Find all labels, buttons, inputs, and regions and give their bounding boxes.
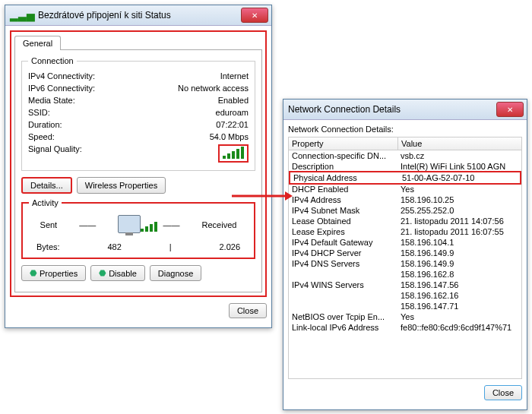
property-cell: Physical Address xyxy=(290,173,399,182)
shield-icon: ⬣ xyxy=(30,268,37,278)
received-label: Received xyxy=(202,220,237,229)
property-cell: IPv4 Subnet Mask xyxy=(289,206,397,215)
media-value: Enabled xyxy=(218,96,249,105)
bytes-received: 2.026 xyxy=(219,242,240,251)
value-cell: 158.196.147.56 xyxy=(397,280,521,289)
property-cell: IPv4 DNS Servers xyxy=(289,259,397,268)
table-row[interactable]: 158.196.162.8 xyxy=(289,269,521,280)
property-cell: Description xyxy=(289,162,397,171)
sent-label: Sent xyxy=(40,220,58,229)
signal-bars-icon xyxy=(223,147,244,159)
ipv6-value: No network access xyxy=(178,84,249,93)
value-cell: Yes xyxy=(397,312,521,321)
property-cell: IPv4 DHCP Server xyxy=(289,248,397,258)
col-property[interactable]: Property xyxy=(289,137,398,150)
signal-mini-icon xyxy=(141,224,157,232)
property-cell: IPv4 Address xyxy=(289,195,397,204)
properties-button[interactable]: ⬣Properties xyxy=(21,265,86,281)
details-button[interactable]: Details... xyxy=(21,177,72,194)
property-cell: NetBIOS over Tcpip En... xyxy=(289,312,397,321)
wireless-properties-button[interactable]: Wireless Properties xyxy=(77,177,166,194)
table-row[interactable]: 158.196.147.71 xyxy=(289,301,521,311)
table-row[interactable]: Lease Obtained21. listopadu 2011 14:07:5… xyxy=(289,216,521,226)
table-row[interactable]: IPv4 Address158.196.10.25 xyxy=(289,194,521,205)
value-cell: 21. listopadu 2011 16:07:55 xyxy=(397,227,521,236)
titlebar: ▂▃▅ Bezdrátové připojení k siti Status ✕ xyxy=(5,5,271,26)
property-cell xyxy=(289,270,397,279)
bytes-label: Bytes: xyxy=(36,242,60,251)
ssid-label: SSID: xyxy=(28,108,50,117)
col-value[interactable]: Value xyxy=(398,137,521,150)
property-cell: IPv4 WINS Servers xyxy=(289,280,397,289)
table-row[interactable]: DescriptionIntel(R) WiFi Link 5100 AGN xyxy=(289,161,521,172)
table-row[interactable]: IPv4 DNS Servers158.196.149.9 xyxy=(289,258,521,269)
tab-general[interactable]: General xyxy=(14,36,61,50)
value-cell: 158.196.147.71 xyxy=(397,302,521,311)
value-cell: 158.196.162.8 xyxy=(397,270,521,279)
speed-label: Speed: xyxy=(28,132,55,141)
wifi-icon: ▂▃▅ xyxy=(10,9,35,21)
window-title: Network Connection Details xyxy=(288,104,493,115)
activity-legend: Activity xyxy=(29,198,62,207)
close-button[interactable]: Close xyxy=(229,303,267,318)
table-row[interactable]: IPv4 Subnet Mask255.255.252.0 xyxy=(289,205,521,216)
property-cell: Lease Expires xyxy=(289,227,397,236)
ipv4-label: IPv4 Connectivity: xyxy=(28,71,95,81)
connection-group: Connection IPv4 Connectivity:Internet IP… xyxy=(21,56,255,171)
table-row[interactable]: IPv4 Default Gateway158.196.104.1 xyxy=(289,237,521,248)
value-cell: 158.196.149.9 xyxy=(397,259,521,268)
disable-button[interactable]: ⬣Disable xyxy=(90,265,145,281)
activity-group: Activity Sent —— —— Received Bytes: 482 … xyxy=(21,198,255,259)
media-label: Media State: xyxy=(28,96,75,105)
table-row[interactable]: 158.196.162.16 xyxy=(289,290,521,301)
duration-value: 07:22:01 xyxy=(216,120,249,129)
property-cell: Link-local IPv6 Address xyxy=(289,323,397,332)
ssid-value: eduroam xyxy=(216,108,249,117)
speed-value: 54.0 Mbps xyxy=(210,132,249,141)
table-row[interactable]: Connection-specific DN...vsb.cz xyxy=(289,150,521,161)
window-title: Bezdrátové připojení k siti Status xyxy=(38,10,238,21)
value-cell: 158.196.162.16 xyxy=(397,291,521,300)
value-cell: 158.196.104.1 xyxy=(397,238,521,247)
value-cell: 21. listopadu 2011 14:07:56 xyxy=(397,216,521,226)
value-cell: 51-00-AG-52-07-10 xyxy=(399,173,520,182)
table-row[interactable]: IPv4 DHCP Server158.196.149.9 xyxy=(289,248,521,258)
subtitle: Network Connection Details: xyxy=(288,125,522,134)
close-icon[interactable]: ✕ xyxy=(241,8,268,23)
value-cell: fe80::fe80:6cd9:6cd9f147%71 xyxy=(397,323,521,332)
monitor-icon xyxy=(118,215,141,233)
close-icon[interactable]: ✕ xyxy=(496,102,524,117)
value-cell: Intel(R) WiFi Link 5100 AGN xyxy=(397,162,521,171)
bytes-divider: | xyxy=(169,242,172,251)
value-cell: 158.196.149.9 xyxy=(397,248,521,258)
ipv4-value: Internet xyxy=(220,71,249,81)
table-row[interactable]: Lease Expires21. listopadu 2011 16:07:55 xyxy=(289,226,521,237)
property-cell: DHCP Enabled xyxy=(289,185,397,194)
property-cell xyxy=(289,291,397,300)
table-row[interactable]: Link-local IPv6 Addressfe80::fe80:6cd9:6… xyxy=(289,322,521,333)
table-row[interactable]: NetBIOS over Tcpip En...Yes xyxy=(289,311,521,322)
connection-legend: Connection xyxy=(28,56,77,65)
property-cell: Lease Obtained xyxy=(289,216,397,226)
table-row[interactable]: IPv4 WINS Servers158.196.147.56 xyxy=(289,280,521,290)
divider: —— xyxy=(79,220,96,229)
divider: —— xyxy=(163,220,179,229)
diagnose-button[interactable]: Diagnose xyxy=(150,265,201,281)
value-cell: 158.196.10.25 xyxy=(397,195,521,204)
wifi-status-window: ▂▃▅ Bezdrátové připojení k siti Status ✕… xyxy=(5,5,272,328)
property-cell: IPv4 Default Gateway xyxy=(289,238,397,247)
value-cell: Yes xyxy=(397,185,521,194)
details-list[interactable]: Connection-specific DN...vsb.czDescripti… xyxy=(288,150,522,379)
duration-label: Duration: xyxy=(28,120,62,129)
close-button[interactable]: Close xyxy=(484,385,522,400)
table-row[interactable]: Physical Address51-00-AG-52-07-10 xyxy=(289,171,521,185)
value-cell: vsb.cz xyxy=(397,151,521,160)
bytes-sent: 482 xyxy=(107,242,121,251)
property-cell xyxy=(289,302,397,311)
titlebar: Network Connection Details ✕ xyxy=(283,100,527,120)
tab-panel: Connection IPv4 Connectivity:Internet IP… xyxy=(14,49,262,292)
connection-details-window: Network Connection Details ✕ Network Con… xyxy=(283,99,527,410)
shield-icon: ⬣ xyxy=(99,268,106,278)
table-row[interactable]: DHCP EnabledYes xyxy=(289,184,521,194)
list-header: Property Value xyxy=(288,137,522,150)
